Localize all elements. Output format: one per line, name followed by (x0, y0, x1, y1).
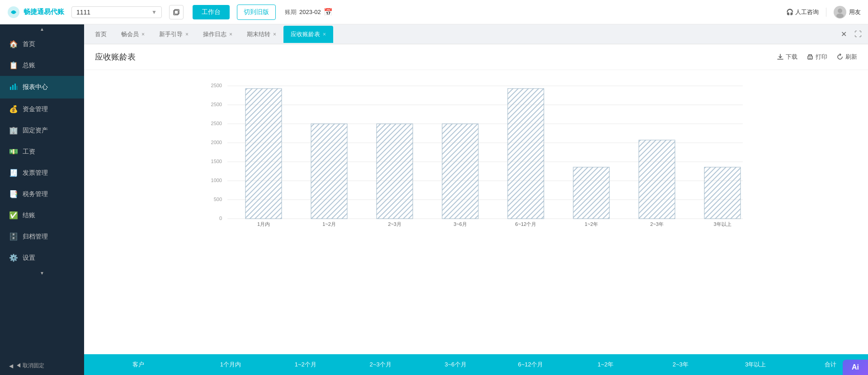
calendar-icon[interactable]: 📅 (324, 8, 333, 16)
sidebar-label-salary: 工资 (23, 148, 35, 156)
tab-period-close[interactable]: × (273, 31, 276, 38)
tab-home-label: 首页 (95, 30, 107, 38)
download-button[interactable]: 下载 (777, 53, 797, 61)
switch-button[interactable]: 切到旧版 (237, 5, 276, 20)
tab-member[interactable]: 畅会员 × (114, 26, 152, 43)
tab-member-label: 畅会员 (121, 30, 139, 38)
user-info[interactable]: 用友 (834, 6, 861, 19)
svg-rect-40 (639, 140, 675, 219)
sidebar-label-finance: 资金管理 (23, 105, 48, 113)
tab-log[interactable]: 操作日志 × (196, 26, 240, 43)
th-3-6month: 3~6个月 (418, 355, 493, 374)
archive-icon: 🗄️ (9, 232, 18, 241)
sidebar-item-home[interactable]: 🏠 首页 (0, 33, 84, 55)
svg-text:1000: 1000 (211, 178, 222, 183)
svg-rect-34 (442, 124, 478, 219)
sidebar-label-home: 首页 (23, 40, 35, 48)
sidebar-item-assets[interactable]: 🏢 固定资产 (0, 120, 84, 141)
th-3year-plus: 3年以上 (718, 355, 793, 374)
divider (826, 8, 826, 17)
company-selector[interactable]: 1111 ▼ (71, 6, 162, 18)
svg-rect-36 (508, 89, 544, 219)
print-button[interactable]: 打印 (807, 53, 827, 61)
consult-label: 人工咨询 (795, 8, 819, 16)
tab-aging-close[interactable]: × (323, 31, 326, 38)
sidebar-label-report: 报表中心 (23, 83, 48, 91)
consult-button[interactable]: 🎧 人工咨询 (786, 8, 819, 16)
sidebar-label-invoice: 发票管理 (23, 169, 48, 177)
ledger-icon: 📋 (9, 61, 18, 70)
period-label: 账期 (285, 8, 297, 16)
sidebar-label-close: 结账 (23, 211, 35, 220)
sidebar-item-report[interactable]: 报表中心 (0, 76, 84, 98)
logo[interactable]: 畅捷通易代账 (7, 6, 64, 19)
sidebar-scroll-up[interactable]: ▲ (0, 24, 84, 33)
copy-button[interactable] (169, 5, 184, 19)
print-label: 打印 (816, 53, 827, 61)
tab-guide[interactable]: 新手引导 × (152, 26, 196, 43)
salary-icon: 💵 (9, 147, 18, 156)
svg-rect-6 (12, 85, 14, 90)
tab-aging[interactable]: 应收账龄表 × (283, 26, 333, 43)
th-customer: 客户 (84, 355, 193, 374)
tab-log-close[interactable]: × (229, 31, 232, 38)
tabs-actions: ✕ ⛶ (837, 28, 864, 41)
svg-text:500: 500 (214, 197, 222, 202)
svg-rect-28 (245, 89, 282, 219)
tab-home[interactable]: 首页 (88, 26, 114, 43)
sidebar-item-archive[interactable]: 🗄️ 归档管理 (0, 226, 84, 247)
period-value: 2023-02 (299, 9, 321, 15)
th-1-2month: 1~2个月 (268, 355, 343, 374)
settings-icon: ⚙️ (9, 253, 18, 262)
sidebar-label-settings: 设置 (23, 254, 35, 262)
sidebar-item-close[interactable]: ✅ 结账 (0, 205, 84, 226)
svg-text:6~12个月: 6~12个月 (515, 221, 537, 227)
sidebar-item-tax[interactable]: 📑 税务管理 (0, 183, 84, 205)
svg-text:3~6月: 3~6月 (453, 221, 467, 227)
header-left: 畅捷通易代账 1111 ▼ 工作台 切到旧版 账期 2023-02 📅 (7, 5, 786, 20)
tab-period-label: 期末结转 (247, 30, 270, 38)
invoice-icon: 🧾 (9, 169, 18, 177)
refresh-button[interactable]: 刷新 (836, 53, 857, 61)
svg-text:2500: 2500 (211, 83, 222, 88)
sidebar-item-settings[interactable]: ⚙️ 设置 (0, 247, 84, 268)
tab-aging-label: 应收账龄表 (291, 30, 320, 38)
page-header: 应收账龄表 下载 (84, 44, 868, 70)
tab-guide-close[interactable]: × (185, 31, 189, 38)
download-icon (777, 53, 784, 61)
table-header: 客户 1个月内 1~2个月 2~3个月 3~6个月 6~12个月 1~2年 2~… (84, 354, 868, 375)
ai-badge[interactable]: Ai (843, 360, 868, 375)
sidebar-footer[interactable]: ◀︎ ◀︎ 取消固定 (0, 356, 84, 375)
sidebar-item-salary[interactable]: 💵 工资 (0, 141, 84, 162)
svg-text:0: 0 (219, 216, 222, 221)
sidebar-scroll-down[interactable]: ▼ (0, 268, 84, 277)
th-1-2year: 1~2年 (568, 355, 643, 374)
download-label: 下载 (786, 53, 797, 61)
svg-text:2000: 2000 (211, 140, 222, 145)
svg-rect-7 (14, 84, 16, 90)
main-layout: ▲ 🏠 首页 📋 总账 报表中心 💰 资金管理 🏢 固定资产 💵 工资 (0, 24, 868, 375)
svg-text:1~2年: 1~2年 (585, 221, 598, 227)
sidebar-item-invoice[interactable]: 🧾 发票管理 (0, 162, 84, 183)
sidebar-label-ledger: 总账 (23, 61, 35, 70)
sidebar-label-tax: 税务管理 (23, 190, 48, 198)
svg-point-3 (838, 9, 842, 13)
ai-label: Ai (852, 363, 859, 371)
workbench-button[interactable]: 工作台 (193, 5, 230, 19)
svg-point-4 (836, 14, 844, 18)
finance-icon: 💰 (9, 105, 18, 113)
svg-text:2500: 2500 (211, 102, 222, 107)
sidebar-item-ledger[interactable]: 📋 总账 (0, 55, 84, 76)
tab-member-close[interactable]: × (142, 31, 145, 38)
chart-container: 2500 2500 2500 2000 1500 1000 500 0 (84, 70, 868, 354)
tab-guide-label: 新手引导 (159, 30, 183, 38)
tab-period[interactable]: 期末结转 × (240, 26, 283, 43)
th-2-3year: 2~3年 (643, 355, 718, 374)
maximize-button[interactable]: ⛶ (852, 28, 864, 41)
app-title: 畅捷通易代账 (24, 8, 64, 16)
bar-chart: 2500 2500 2500 2000 1500 1000 500 0 (95, 79, 857, 233)
close-all-button[interactable]: ✕ (837, 28, 850, 41)
svg-text:2~3年: 2~3年 (650, 221, 664, 227)
copy-icon (173, 9, 180, 16)
sidebar-item-finance[interactable]: 💰 资金管理 (0, 98, 84, 120)
